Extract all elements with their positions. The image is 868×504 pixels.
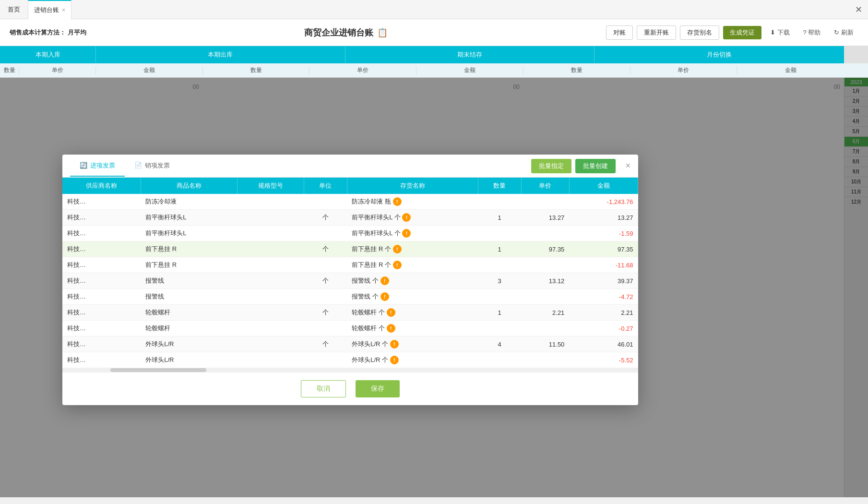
cell-quantity: 1 (478, 241, 521, 257)
active-tab[interactable]: 进销台账 × (28, 0, 71, 19)
tab-inbound-invoice[interactable]: 🔄 进项发票 (70, 156, 125, 177)
modal-close-button[interactable]: × (625, 159, 630, 173)
cell-product: 报警线 (141, 289, 237, 305)
table-row[interactable]: 科技… 前平衡杆球头L 前平衡杆球头L 个 ! -1.59 (62, 226, 638, 241)
modal-dialog: 🔄 进项发票 📄 销项发票 批量指定 批量创建 × (62, 155, 638, 405)
horizontal-scrollbar[interactable] (62, 368, 638, 372)
cell-quantity (478, 257, 521, 273)
warning-icon: ! (390, 340, 399, 348)
table-row[interactable]: 科技… 报警线 报警线 个 ! -4.72 (62, 289, 638, 305)
cell-unit (304, 289, 347, 305)
modal-table-container: 供应商名称 商品名称 规格型号 单位 存货名称 数量 单价 金额 科技… 防冻冷… (62, 178, 638, 368)
outbound-tab-icon: 📄 (134, 162, 142, 169)
cell-spec (237, 289, 304, 305)
qty-header1: 数量 (0, 66, 19, 74)
cell-unitprice: 13.12 (521, 273, 569, 289)
table-row[interactable]: 科技… 前下悬挂 R 前下悬挂 R 个 ! -11.68 (62, 257, 638, 273)
cost-method-label: 销售成本计算方法： (10, 29, 66, 36)
table-area: 00 00 00 2023 1月 2月 3月 4月 5月 6月 7月 8月 9月… (0, 78, 868, 497)
cell-unitprice (521, 352, 569, 368)
cell-inventory: 前下悬挂 R 个 ! (347, 257, 478, 273)
cell-product: 防冻冷却液 (141, 194, 237, 210)
cell-supplier: 科技… (62, 226, 141, 241)
batch-create-button[interactable]: 批量创建 (575, 159, 616, 173)
help-button[interactable]: ? 帮助 (798, 26, 826, 39)
cell-unitprice (521, 226, 569, 241)
cell-spec (237, 210, 304, 226)
save-button[interactable]: 保存 (356, 380, 400, 397)
batch-assign-button[interactable]: 批量指定 (531, 159, 571, 173)
qty-header3: 数量 (523, 66, 630, 74)
cell-unit (304, 352, 347, 368)
top-bar: 首页 进销台账 × ✕ (0, 0, 868, 19)
page-header: 销售成本计算方法： 月平均 商贸企业进销台账 📋 对账 重新开账 存货别名 生成… (0, 19, 868, 46)
generate-button[interactable]: 生成凭证 (723, 26, 761, 39)
th-unit: 单位 (304, 178, 347, 194)
cell-amount: 13.27 (569, 210, 638, 226)
cell-supplier: 科技… (62, 352, 141, 368)
qty-header2: 数量 (203, 66, 310, 74)
cancel-button[interactable]: 取消 (301, 380, 346, 397)
cell-spec (237, 273, 304, 289)
main-content: 销售成本计算方法： 月平均 商贸企业进销台账 📋 对账 重新开账 存货别名 生成… (0, 19, 868, 504)
th-inventory: 存货名称 (347, 178, 478, 194)
th-unitprice: 单价 (521, 178, 569, 194)
refresh-button[interactable]: ↻ 刷新 (829, 26, 858, 39)
cell-spec (237, 257, 304, 273)
cell-unit (304, 321, 347, 336)
cell-unitprice (521, 257, 569, 273)
modal-tabs: 🔄 进项发票 📄 销项发票 (70, 156, 179, 177)
table-row[interactable]: 科技… 轮毂螺杆 轮毂螺杆 个 ! -0.27 (62, 321, 638, 336)
outbound-header: 本期出库 (96, 47, 345, 63)
cell-inventory: 轮毂螺杆 个 ! (347, 305, 478, 321)
tab-close-icon[interactable]: × (62, 7, 65, 13)
cell-amount: -11.68 (569, 257, 638, 273)
cell-quantity (478, 321, 521, 336)
cell-quantity (478, 289, 521, 305)
modal-table: 供应商名称 商品名称 规格型号 单位 存货名称 数量 单价 金额 科技… 防冻冷… (62, 178, 638, 368)
cell-supplier: 科技… (62, 321, 141, 336)
th-product: 商品名称 (141, 178, 237, 194)
price-header2: 单价 (309, 66, 416, 74)
tab-outbound-invoice[interactable]: 📄 销项发票 (125, 156, 179, 177)
table-row[interactable]: 科技… 外球头L/R 外球头L/R 个 ! -5.52 (62, 352, 638, 368)
cell-product: 前下悬挂 R (141, 257, 237, 273)
cell-amount: -4.72 (569, 289, 638, 305)
table-row[interactable]: 科技… 报警线 个 报警线 个 ! 3 13.12 39.37 (62, 273, 638, 289)
window-close-button[interactable]: ✕ (849, 0, 868, 19)
cell-unitprice (521, 289, 569, 305)
cell-amount: 46.01 (569, 336, 638, 352)
sub-header-row: 数量 单价 金额 数量 单价 金额 数量 单价 金额 (0, 63, 868, 78)
th-quantity: 数量 (478, 178, 521, 194)
table-row[interactable]: 科技… 轮毂螺杆 个 轮毂螺杆 个 ! 1 2.21 2.21 (62, 305, 638, 321)
table-row[interactable]: 科技… 前平衡杆球头L 个 前平衡杆球头L 个 ! 1 13.27 13.27 (62, 210, 638, 226)
reconcile-button[interactable]: 对账 (606, 25, 633, 40)
table-row[interactable]: 科技… 外球头L/R 个 外球头L/R 个 ! 4 11.50 46.01 (62, 336, 638, 352)
cost-method: 销售成本计算方法： 月平均 (10, 28, 86, 37)
home-tab[interactable]: 首页 (0, 0, 28, 19)
cell-inventory: 轮毂螺杆 个 ! (347, 321, 478, 336)
table-row[interactable]: 科技… 防冻冷却液 防冻冷却液 瓶 ! -1,243.76 (62, 194, 638, 210)
cell-product: 前平衡杆球头L (141, 226, 237, 241)
cell-inventory: 报警线 个 ! (347, 273, 478, 289)
cell-product: 外球头L/R (141, 336, 237, 352)
cell-unit (304, 257, 347, 273)
closing-header: 期末结存 (345, 47, 595, 63)
reopen-button[interactable]: 重新开账 (637, 25, 676, 40)
table-row[interactable]: 科技… 前下悬挂 R 个 前下悬挂 R 个 ! 1 97.35 97.35 (62, 241, 638, 257)
download-button[interactable]: ⬇ 下载 (765, 26, 795, 39)
cell-product: 轮毂螺杆 (141, 321, 237, 336)
cell-unit (304, 226, 347, 241)
cell-amount: 2.21 (569, 305, 638, 321)
cell-unitprice: 97.35 (521, 241, 569, 257)
rename-button[interactable]: 存货别名 (680, 25, 719, 40)
warning-icon: ! (393, 197, 402, 206)
cell-quantity: 4 (478, 336, 521, 352)
cell-unit: 个 (304, 210, 347, 226)
cell-inventory: 报警线 个 ! (347, 289, 478, 305)
cell-spec (237, 336, 304, 352)
price-header3: 单价 (630, 66, 737, 74)
cell-supplier: 科技… (62, 336, 141, 352)
scrollbar-thumb[interactable] (110, 368, 206, 372)
cell-quantity (478, 194, 521, 210)
